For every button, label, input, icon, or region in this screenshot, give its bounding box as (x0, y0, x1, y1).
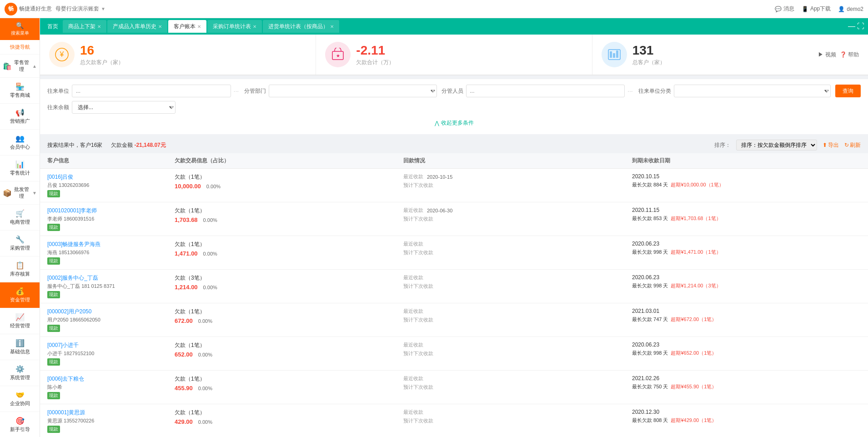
last-pay-label: 最近收款 (403, 241, 423, 247)
table-row: [000001]黄思源 黄思源 13552700226 现款 欠款（1笔） 42… (40, 404, 868, 437)
sidebar-item-basic-info[interactable]: ℹ️ 基础信息 (0, 334, 40, 360)
customer-name[interactable]: [0003]畅捷服务尹海燕 (47, 241, 175, 248)
balance-select[interactable]: 选择... (72, 101, 176, 114)
sidebar-item-marketing[interactable]: 📢 营销推广 (0, 104, 40, 130)
company-select[interactable]: 母婴行业演示账套 ▼ (55, 5, 105, 13)
customer-tag: 现款 (47, 291, 60, 298)
overdue-amount[interactable]: 超期¥1,214.00（3笔） (671, 282, 721, 289)
sidebar-item-purchase[interactable]: 🔧 采购管理 (0, 231, 40, 256)
filter-balance: 往来余额 选择... ▼ (47, 101, 175, 114)
debt-info-cell: 欠款（1笔） 1,703.68 0.00% (175, 207, 403, 223)
export-button[interactable]: ⬆ 导出 (823, 141, 839, 149)
collapse-button[interactable]: ⋀ 收起更多条件 (435, 119, 474, 127)
overdue-amount[interactable]: 超期¥10,000.00（1笔） (671, 181, 723, 188)
tab-close-5[interactable]: ✕ (330, 24, 334, 29)
sidebar-search[interactable]: 🔍 搜索菜单 (0, 18, 40, 40)
customer-tag: 现款 (47, 358, 60, 366)
overdue-days: 最长欠款 998 天 (632, 350, 668, 357)
refresh-button[interactable]: ↻ 刷新 (844, 141, 861, 149)
customer-phone: 李老师 18600391516 (47, 216, 175, 222)
customer-name[interactable]: [0002]服务中心_丁磊 (47, 274, 175, 282)
next-pay-label: 预计下次收款 (403, 250, 433, 255)
customer-name[interactable]: [000001]黄思源 (47, 409, 175, 417)
next-pay-label: 预计下次收款 (403, 351, 433, 356)
source-unit-label: 往来单位 (47, 87, 69, 95)
overdue-days: 最长欠款 884 天 (632, 181, 668, 188)
manager-input[interactable] (466, 85, 625, 97)
debt-amount[interactable]: 1,703.68 (175, 216, 198, 223)
ecommerce-icon: 🛒 (15, 209, 25, 218)
tab-close-3[interactable]: ✕ (197, 24, 201, 29)
app-name: 畅捷通好生意 (19, 5, 52, 13)
app-download-link[interactable]: 📱 App下载 (802, 5, 831, 13)
debt-amount[interactable]: 672.00 (175, 317, 193, 324)
tab-minimize-icon[interactable]: — (848, 22, 855, 30)
tab-item-1[interactable]: 商品上下架 ✕ (63, 20, 106, 33)
message-link[interactable]: 💬 消息 (775, 5, 794, 13)
sidebar-item-retail-mgmt[interactable]: 🛍️ 零售管理 ▲ (0, 55, 40, 78)
debt-count: 欠款（1笔） (175, 342, 403, 349)
stat-debtors-info: 16 总欠款客户（家） (80, 43, 124, 66)
svg-rect-7 (616, 50, 618, 58)
sidebar-item-inventory[interactable]: 📋 库存核算 (0, 256, 40, 282)
retail-mgmt-icon: 🛍️ (3, 62, 12, 70)
search-button[interactable]: 查询 (835, 85, 861, 97)
sidebar-item-wholesale-mgmt[interactable]: 📦 批发管理 ▼ (0, 181, 40, 205)
sidebar-item-ecommerce[interactable]: 🛒 电商管理 (0, 205, 40, 231)
tab-close-2[interactable]: ✕ (158, 24, 162, 29)
source-unit-input[interactable] (72, 85, 231, 97)
overdue-amount[interactable]: 超期¥652.00（1笔） (671, 350, 717, 357)
overdue-amount[interactable]: 超期¥672.00（1笔） (671, 316, 717, 323)
sidebar-item-system[interactable]: ⚙️ 系统管理 (0, 360, 40, 386)
unit-category-select[interactable] (674, 85, 831, 97)
operations-icon: 📈 (15, 313, 25, 321)
manager-dots: ··· (627, 87, 633, 95)
tab-item-5[interactable]: 进货单统计表（按商品） ✕ (263, 20, 339, 33)
overdue-amount[interactable]: 超期¥1,471.00（1笔） (671, 249, 721, 256)
quick-nav[interactable]: 快捷导航 (0, 40, 40, 55)
tab-close-1[interactable]: ✕ (97, 24, 101, 29)
customer-info-cell: [000001]黄思源 黄思源 13552700226 现款 (47, 409, 175, 433)
customer-name[interactable]: [0007]小进千 (47, 342, 175, 349)
sort-label: 排序： (714, 141, 731, 149)
debt-info-cell: 欠款（1笔） 672.00 0.00% (175, 308, 403, 324)
overdue-amount[interactable]: 超期¥429.00（1笔） (671, 417, 717, 424)
debt-amount[interactable]: 1,214.00 (175, 284, 198, 291)
user-menu[interactable]: 👤 demo2 (838, 6, 863, 12)
debt-amount[interactable]: 1,471.00 (175, 250, 198, 257)
overdue-amount[interactable]: 超期¥1,703.68（1笔） (671, 215, 721, 222)
debtors-icon: ¥ (49, 42, 75, 67)
tab-item-4[interactable]: 采购订单统计表 ✕ (207, 20, 262, 33)
sidebar-item-operations[interactable]: 📈 经营管理 (0, 308, 40, 334)
debt-amount[interactable]: 652.00 (175, 351, 193, 358)
debt-amount[interactable]: 10,000.00 (175, 183, 201, 190)
sidebar-item-retail-mall[interactable]: 🏪 零售商城 (0, 78, 40, 104)
recovery-cell: 最近收款 预计下次收款 (403, 375, 632, 391)
customer-name[interactable]: [0001020001]李老师 (47, 207, 175, 215)
video-link[interactable]: ▶ 视频 (818, 51, 836, 59)
top-bar-left: 畅 畅捷通好生意 母婴行业演示账套 ▼ (5, 3, 105, 15)
dept-select[interactable] (269, 85, 437, 97)
table-row: [0001020001]李老师 李老师 18600391516 现款 欠款（1笔… (40, 202, 868, 236)
tab-item-2[interactable]: 产成品入库单历史 ✕ (107, 20, 167, 33)
sidebar-item-enterprise[interactable]: 🤝 企业协同 (0, 386, 40, 412)
tab-home[interactable]: 首页 (44, 23, 62, 30)
debt-amount[interactable]: 455.90 (175, 385, 193, 392)
sidebar-item-guide[interactable]: 🎯 新手引导 (0, 412, 40, 437)
sidebar-item-retail-stats[interactable]: 📊 零售统计 (0, 156, 40, 181)
overdue-amount[interactable]: 超期¥455.90（1笔） (671, 383, 717, 390)
customer-name[interactable]: [0006]去下粮仓 (47, 375, 175, 383)
customer-name[interactable]: [0016]吕俊 (47, 173, 175, 181)
debt-amount[interactable]: 429.00 (175, 418, 193, 425)
table-row: [0003]畅捷服务尹海燕 海燕 18513066976 现款 欠款（1笔） 1… (40, 236, 868, 270)
tab-item-3-active[interactable]: 客户账本 ✕ (168, 20, 206, 33)
customer-name[interactable]: [000002]用户2050 (47, 308, 175, 316)
help-link[interactable]: ❓ 帮助 (840, 51, 859, 59)
header-customer-info: 客户信息 (47, 157, 175, 165)
tab-maximize-icon[interactable]: ⛶ (857, 22, 864, 30)
sidebar-item-finance[interactable]: 💰 资金管理 (0, 282, 40, 308)
customer-info-cell: [0006]去下粮仓 陈小希 现款 (47, 375, 175, 399)
tab-close-4[interactable]: ✕ (253, 24, 256, 29)
sort-select[interactable]: 排序：按欠款金额倒序排序 (736, 140, 817, 151)
sidebar-item-member[interactable]: 👥 会员中心 (0, 130, 40, 156)
